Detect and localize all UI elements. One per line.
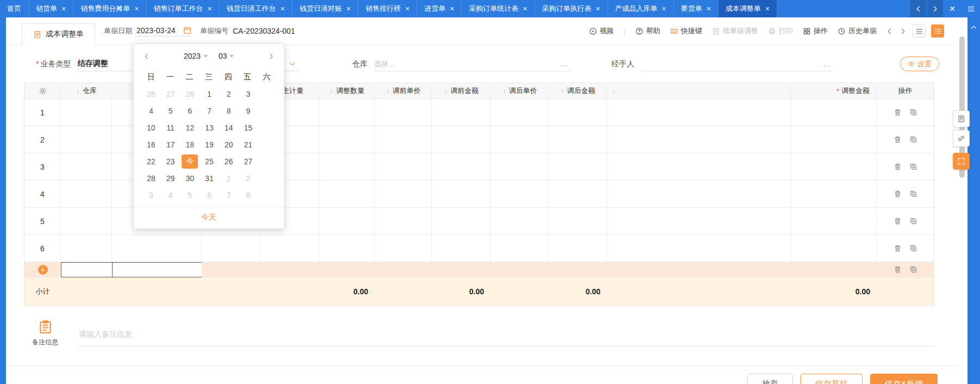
calendar-day[interactable]: 18 (180, 136, 200, 153)
calendar-day[interactable]: 30 (180, 170, 200, 187)
link-tool-button[interactable] (953, 130, 970, 147)
calendar-day[interactable]: 7 (200, 102, 219, 119)
delete-row-icon[interactable] (894, 108, 902, 116)
grid-cell[interactable] (607, 153, 791, 181)
top-tab[interactable]: 销售排行榜× (358, 0, 417, 17)
year-select[interactable]: 2023 (184, 52, 208, 60)
top-tab[interactable]: 销售费用分摊单× (73, 0, 146, 17)
grid-cell[interactable] (549, 99, 607, 126)
calendar-day[interactable]: 10 (141, 119, 161, 136)
calendar-day[interactable]: 8 (219, 102, 239, 119)
delete-row-icon[interactable] (894, 265, 902, 274)
list-view-toggle[interactable] (913, 24, 926, 38)
toolbar-action[interactable]: 操作 (803, 26, 828, 36)
grid-cell[interactable] (607, 99, 791, 126)
grid-cell[interactable] (607, 181, 791, 208)
top-tab[interactable]: 采购订单执行表× (535, 0, 608, 17)
grid-cell[interactable] (61, 208, 112, 235)
copy-row-icon[interactable] (909, 108, 917, 116)
grid-cell[interactable] (791, 208, 877, 235)
tab-close-icon[interactable]: × (450, 5, 454, 13)
warehouse-picker[interactable]: ... (374, 57, 570, 71)
top-tab[interactable]: 钱货日清对账× (293, 0, 358, 17)
grid-cell[interactable] (549, 235, 607, 262)
column-header[interactable] (607, 83, 791, 99)
calendar-day[interactable]: 12 (180, 119, 200, 136)
calendar-day[interactable]: 7 (219, 187, 239, 203)
copy-row-icon[interactable] (909, 217, 917, 225)
next-view-icon[interactable] (899, 27, 907, 35)
delete-row-icon[interactable] (894, 163, 902, 171)
save-draft-button[interactable]: 保存草稿 (801, 374, 863, 384)
top-tab[interactable]: 销货单× (29, 0, 73, 17)
grid-cell[interactable] (260, 235, 319, 262)
toolbar-action[interactable]: 快捷键 (670, 26, 702, 36)
grid-cell[interactable] (375, 208, 432, 235)
calendar-day[interactable]: 14 (219, 119, 239, 136)
copy-row-icon[interactable] (909, 190, 917, 198)
grid-cell[interactable] (491, 153, 549, 181)
tab-close-icon[interactable]: × (405, 5, 410, 13)
grid-cell[interactable] (549, 181, 607, 208)
calendar-day[interactable]: 16 (141, 136, 161, 153)
grid-cell[interactable] (432, 208, 491, 235)
calendar-day[interactable]: 1 (219, 170, 239, 187)
calendar-day[interactable]: 5 (180, 187, 200, 203)
grid-cell[interactable] (432, 181, 491, 208)
calendar-icon[interactable] (183, 26, 191, 34)
new-row-input[interactable] (61, 262, 112, 277)
column-header[interactable]: 调前单价 (375, 83, 432, 99)
grid-cell[interactable] (549, 153, 607, 181)
top-tab[interactable]: 采购订单统计表× (462, 0, 535, 17)
column-header[interactable]: 调前金额 (432, 83, 491, 99)
tab-close-icon[interactable]: × (346, 5, 351, 13)
delete-row-icon[interactable] (894, 135, 902, 144)
grid-cell[interactable] (607, 126, 791, 153)
delete-row-icon[interactable] (894, 190, 902, 198)
copy-row-icon[interactable] (909, 244, 917, 252)
toolbar-action[interactable]: 视频 (589, 26, 614, 36)
save-and-new-button[interactable]: 保存&新增 (870, 374, 938, 384)
column-header[interactable] (24, 83, 61, 99)
grid-cell[interactable] (319, 126, 375, 153)
column-header[interactable]: 调后金额 (549, 83, 607, 99)
calendar-day[interactable]: 1 (200, 85, 219, 102)
calendar-day[interactable]: 6 (200, 187, 219, 203)
calendar-day[interactable]: 25 (200, 153, 219, 170)
calendar-day[interactable]: 9 (238, 102, 258, 119)
calendar-day[interactable]: 8 (238, 187, 258, 203)
top-tab[interactable]: 首页 (0, 0, 29, 17)
grid-cell[interactable] (432, 126, 491, 153)
grid-cell[interactable] (375, 181, 432, 208)
calendar-day[interactable]: 4 (141, 102, 161, 119)
handler-more-button[interactable]: ... (823, 59, 834, 68)
toolbar-action[interactable]: 打印 (768, 26, 793, 36)
next-month-button[interactable] (267, 52, 275, 60)
prev-view-icon[interactable] (885, 27, 894, 35)
today-button[interactable]: 今天 (134, 206, 284, 227)
calendar-day[interactable]: 31 (200, 170, 219, 187)
calendar-day[interactable]: 27 (161, 85, 181, 102)
grid-cell[interactable] (61, 153, 112, 181)
warehouse-input[interactable] (374, 60, 560, 68)
calendar-day[interactable]: 5 (161, 102, 181, 119)
grid-cell[interactable] (202, 235, 260, 262)
tab-close-icon[interactable]: × (765, 5, 770, 13)
toolbar-action[interactable]: 帮助 (635, 26, 660, 36)
grid-cell[interactable] (432, 153, 491, 181)
remarks-input[interactable] (78, 326, 933, 346)
top-tab[interactable]: 钱货日清工作台× (220, 0, 293, 17)
calendar-day[interactable]: 29 (161, 170, 181, 187)
copy-row-icon[interactable] (909, 265, 917, 274)
grid-cell[interactable] (319, 208, 375, 235)
calendar-day[interactable]: 17 (161, 136, 181, 153)
grid-cell[interactable] (375, 99, 432, 126)
toolbar-action[interactable]: 历史单据 (838, 26, 877, 36)
toolbar-action[interactable]: 按单据调整 (712, 26, 758, 36)
grid-cell[interactable] (607, 208, 791, 235)
delete-row-icon[interactable] (894, 217, 902, 225)
top-tab[interactable]: 要货单× (674, 0, 718, 17)
expand-tool-button[interactable] (953, 153, 970, 170)
calendar-day[interactable]: 28 (180, 85, 200, 102)
calendar-day[interactable]: 3 (238, 85, 258, 102)
